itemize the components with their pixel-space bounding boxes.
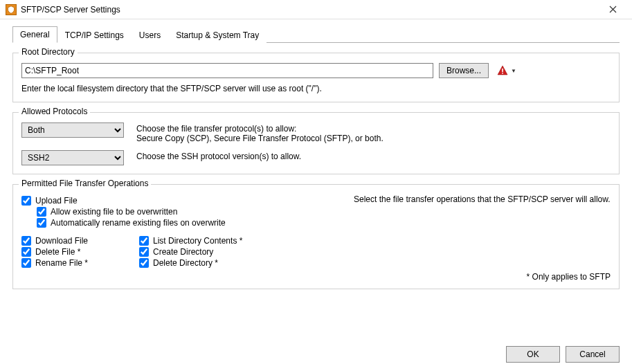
- warning-dropdown[interactable]: ▼: [494, 65, 519, 76]
- dialog-footer: OK Cancel: [506, 346, 620, 363]
- ck-delete-directory-input[interactable]: [139, 258, 149, 268]
- group-allowed-protocols: Allowed Protocols Both Choose the file t…: [12, 112, 620, 174]
- transfer-desc-line1: Choose the file transfer protocol(s) to …: [136, 124, 383, 134]
- ck-download-file[interactable]: Download File: [21, 236, 139, 246]
- window-title: SFTP/SCP Server Settings: [21, 5, 599, 15]
- ck-allow-overwrite-label: Allow existing file to be overwritten: [51, 207, 177, 217]
- ck-upload-file[interactable]: Upload File: [21, 196, 326, 206]
- titlebar: SFTP/SCP Server Settings: [0, 0, 632, 19]
- ck-rename-file[interactable]: Rename File *: [21, 258, 139, 268]
- svg-rect-1: [502, 73, 503, 74]
- group-legend-ops: Permitted File Transfer Operations: [19, 179, 151, 188]
- ck-list-directory-label: List Directory Contents *: [153, 236, 242, 246]
- ck-allow-overwrite-input[interactable]: [37, 207, 46, 217]
- ck-create-directory-label: Create Directory: [153, 247, 213, 257]
- ck-upload-file-input[interactable]: [21, 196, 31, 206]
- cancel-button[interactable]: Cancel: [566, 346, 620, 363]
- ok-button[interactable]: OK: [506, 346, 560, 363]
- ops-side-text: Select the file transfer operations that…: [326, 194, 611, 229]
- app-icon: [6, 4, 17, 15]
- ssh-version-select[interactable]: SSH2: [21, 150, 124, 165]
- ck-list-directory[interactable]: List Directory Contents *: [139, 236, 257, 246]
- group-legend-root: Root Directory: [19, 47, 78, 57]
- chevron-down-icon: ▼: [511, 68, 516, 74]
- ck-download-file-input[interactable]: [21, 236, 31, 246]
- ck-delete-file[interactable]: Delete File *: [21, 247, 139, 257]
- ck-create-directory[interactable]: Create Directory: [139, 247, 257, 257]
- ck-auto-rename-input[interactable]: [37, 218, 46, 228]
- ck-auto-rename-label: Automatically rename existing files on o…: [51, 218, 226, 228]
- ck-delete-file-label: Delete File *: [35, 247, 80, 257]
- ops-note: * Only applies to SFTP: [527, 272, 611, 282]
- ck-delete-directory-label: Delete Directory *: [153, 258, 218, 268]
- transfer-desc-line2: Secure Copy (SCP), Secure File Transfer …: [136, 134, 383, 143]
- tab-general[interactable]: General: [12, 26, 57, 43]
- transfer-protocol-select[interactable]: Both: [21, 122, 124, 138]
- ck-allow-overwrite[interactable]: Allow existing file to be overwritten: [37, 207, 326, 217]
- warning-icon: [497, 65, 508, 76]
- group-permitted-ops: Permitted File Transfer Operations Uploa…: [12, 184, 620, 289]
- ck-list-directory-input[interactable]: [139, 236, 149, 246]
- tab-startup[interactable]: Startup & System Tray: [168, 27, 267, 43]
- root-hint: Enter the local filesystem directory tha…: [21, 84, 611, 93]
- ck-download-file-label: Download File: [35, 236, 88, 246]
- group-root-directory: Root Directory Browse... ▼ Enter the loc…: [12, 53, 620, 102]
- tab-tcpip[interactable]: TCP/IP Settings: [57, 27, 132, 43]
- ck-auto-rename[interactable]: Automatically rename existing files on o…: [37, 218, 326, 228]
- ck-rename-file-input[interactable]: [21, 258, 31, 268]
- ck-create-directory-input[interactable]: [139, 247, 149, 257]
- tab-strip: General TCP/IP Settings Users Startup & …: [12, 26, 620, 43]
- transfer-protocol-desc: Choose the file transfer protocol(s) to …: [136, 122, 383, 143]
- close-button[interactable]: [599, 0, 626, 19]
- ck-delete-directory[interactable]: Delete Directory *: [139, 258, 257, 268]
- ck-upload-file-label: Upload File: [35, 196, 78, 206]
- svg-rect-0: [502, 69, 503, 72]
- tab-users[interactable]: Users: [132, 27, 168, 43]
- ssh-desc: Choose the SSH protocol version(s) to al…: [136, 150, 301, 161]
- root-path-input[interactable]: [21, 63, 433, 78]
- ck-rename-file-label: Rename File *: [35, 258, 88, 268]
- group-legend-protocols: Allowed Protocols: [19, 107, 90, 116]
- browse-button[interactable]: Browse...: [439, 63, 489, 78]
- ck-delete-file-input[interactable]: [21, 247, 31, 257]
